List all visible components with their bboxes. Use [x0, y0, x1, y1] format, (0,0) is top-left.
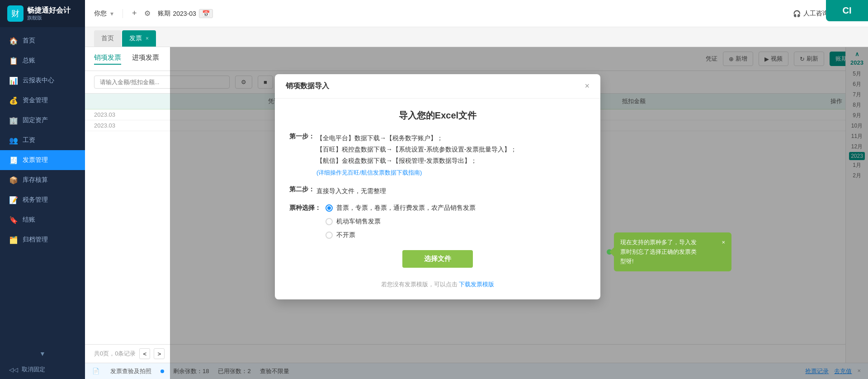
sidebar-scroll-down[interactable]: ▼ [0, 347, 85, 360]
add-button[interactable]: + [132, 9, 137, 18]
home-icon: 🏠 [9, 36, 18, 45]
modal-footer: 选择文件 [289, 246, 586, 275]
tooltip-close-btn[interactable]: × [722, 238, 725, 247]
tooltip-bubble: × 现在支持的票种多了，导入发 票时别忘了选择正确的发票类 型呀! [614, 232, 731, 271]
ci-badge: CI [826, 0, 868, 21]
radio-inner-1 [327, 206, 331, 210]
next-page-btn[interactable]: > [154, 348, 165, 359]
sidebar-item-fixed-assets[interactable]: 🏢 固定资产 [0, 110, 85, 130]
radio-option-2[interactable]: 机动车销售发票 [326, 218, 381, 226]
prev-page-btn[interactable]: < [139, 348, 150, 359]
modal-main-title: 导入您的Excel文件 [289, 109, 586, 122]
checkout-icon: 🔖 [9, 215, 18, 224]
settings-icon[interactable]: ⚙ [144, 9, 151, 18]
radio-option-2-row: 机动车销售发票 [326, 218, 586, 226]
step2-content: 直接导入文件，无需整理 [316, 185, 386, 197]
tooltip-container: × 现在支持的票种多了，导入发 票时别忘了选择正确的发票类 型呀! [614, 232, 731, 271]
radio-circle-1[interactable] [326, 204, 333, 212]
modal-close-btn[interactable]: × [585, 81, 590, 91]
select-file-btn[interactable]: 选择文件 [402, 250, 473, 268]
step1-label: 第一步： [289, 133, 316, 178]
radio-group-label: 票种选择： [289, 204, 322, 212]
logo-icon: 财 [7, 5, 24, 22]
radio-option-3[interactable]: 不开票 [326, 231, 355, 239]
sidebar-item-checkout[interactable]: 🔖 结账 [0, 210, 85, 230]
modal-header: 销项数据导入 × [275, 74, 600, 99]
sidebar-logo: 财 畅捷通好会计 旗舰版 [0, 0, 85, 27]
modal-footer-note: 若您没有发票模版，可以点击 下载发票模版 [289, 280, 586, 289]
fixed-assets-icon: 🏢 [9, 116, 18, 125]
salary-icon: 👥 [9, 136, 18, 145]
sidebar-item-salary[interactable]: 👥 工资 [0, 130, 85, 150]
inventory-icon: 📦 [9, 175, 18, 185]
topbar-period: 账期 2023-03 📅 [158, 9, 213, 18]
tab-invoice-close[interactable]: × [146, 35, 149, 42]
sidebar-item-cloud-report[interactable]: 📊 云报表中心 [0, 71, 85, 90]
sidebar-nav: 🏠 首页 📋 总账 📊 云报表中心 💰 资金管理 🏢 固定资产 👥 工资 [0, 27, 85, 347]
subtab-sales[interactable]: 销项发票 [94, 53, 121, 65]
step2-label: 第二步： [289, 185, 316, 197]
tooltip-arrow [609, 247, 614, 256]
content-tabs: 首页 发票 × [85, 27, 868, 47]
radio-circle-2[interactable] [326, 218, 333, 225]
step1-link[interactable]: (详细操作见百旺/航信发票数据下载指南) [316, 169, 422, 176]
sidebar-item-archive[interactable]: 🗂️ 归档管理 [0, 230, 85, 250]
invoice-icon: 🧾 [9, 156, 18, 165]
dropdown-icon: ▾ [110, 10, 113, 17]
fund-icon: 💰 [9, 96, 18, 105]
tab-invoice[interactable]: 发票 × [122, 30, 156, 47]
sidebar-item-ledger[interactable]: 📋 总账 [0, 51, 85, 71]
topbar: 你您 ▾ + ⚙ 账期 2023-03 📅 🎧 人工咨询 👤 用友 [85, 0, 868, 27]
import-modal: 销项数据导入 × 导入您的Excel文件 第一步： 【全电平台】数据下载→【税务… [275, 74, 600, 299]
tooltip-inner: × 现在支持的票种多了，导入发 票时别忘了选择正确的发票类 型呀! [614, 232, 731, 271]
radio-circle-3[interactable] [326, 232, 333, 239]
sidebar-item-inventory[interactable]: 📦 库存核算 [0, 170, 85, 190]
status-icon: 📄 [92, 368, 99, 374]
step1: 第一步： 【全电平台】数据下载→【税务数字账户】； 【百旺】税控盘数据下载→【系… [289, 133, 586, 178]
sidebar-item-tax[interactable]: 📝 税务管理 [0, 190, 85, 210]
radio-group: 票种选择： 普票，专票，卷票，通行费发票，农产品销售发票 [289, 204, 586, 239]
headset-icon: 🎧 [793, 10, 801, 17]
status-dot [160, 370, 164, 373]
sidebar-item-fund[interactable]: 💰 资金管理 [0, 90, 85, 110]
invoice-content: 销项发票 进项发票 凭证 ⊕ 新增 ▶ 视频 ↻ 刷新 [85, 47, 868, 379]
step1-content: 【全电平台】数据下载→【税务数字账户】； 【百旺】税控盘数据下载→【系统设置-系… [316, 133, 517, 178]
cancel-fixed-icon: ◁◁ [9, 366, 18, 373]
topbar-divider [123, 9, 123, 18]
modal-body: 导入您的Excel文件 第一步： 【全电平台】数据下载→【税务数字账户】； 【百… [275, 99, 600, 299]
radio-option-3-row: 不开票 [326, 231, 586, 239]
topbar-service[interactable]: 🎧 人工咨询 [793, 9, 829, 18]
subtab-purchase[interactable]: 进项发票 [132, 53, 159, 65]
main-area: 你您 ▾ + ⚙ 账期 2023-03 📅 🎧 人工咨询 👤 用友 [85, 0, 868, 379]
logo-text: 畅捷通好会计 旗舰版 [27, 6, 71, 21]
ledger-icon: 📋 [9, 56, 18, 65]
tax-icon: 📝 [9, 195, 18, 204]
pagination-info: 共0页，0条记录 [94, 350, 136, 358]
modal-title: 销项数据导入 [286, 81, 329, 91]
radio-option-1[interactable]: 普票，专票，卷票，通行费发票，农产品销售发票 [326, 204, 476, 212]
sidebar-item-home[interactable]: 🏠 首页 [0, 31, 85, 51]
period-calendar-icon[interactable]: 📅 [199, 9, 213, 18]
sidebar-cancel-fixed[interactable]: ◁◁ 取消固定 [0, 360, 85, 379]
radio-ticket-type-label-row: 票种选择： 普票，专票，卷票，通行费发票，农产品销售发票 [289, 204, 586, 212]
step2: 第二步： 直接导入文件，无需整理 [289, 185, 586, 197]
tab-home[interactable]: 首页 [94, 30, 121, 47]
cloud-report-icon: 📊 [9, 76, 18, 85]
sidebar: 财 畅捷通好会计 旗舰版 🏠 首页 📋 总账 📊 云报表中心 💰 资金管 [0, 0, 85, 379]
archive-icon: 🗂️ [9, 235, 18, 244]
download-template-link[interactable]: 下载发票模版 [459, 281, 494, 288]
sidebar-item-invoice[interactable]: 🧾 发票管理 [0, 150, 85, 170]
status-tab-label: 发票查验及拍照 [110, 367, 151, 375]
topbar-user[interactable]: 你您 ▾ [94, 9, 117, 18]
